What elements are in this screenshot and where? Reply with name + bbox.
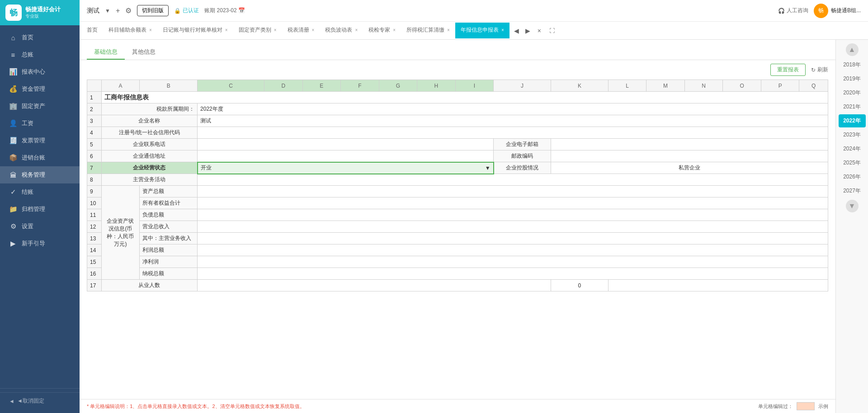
row-num[interactable]: 12 (87, 221, 102, 233)
year-item-2024[interactable]: 2024年 (839, 142, 866, 155)
col-header-d[interactable]: D (264, 80, 303, 92)
tab-close-all-btn[interactable]: × (534, 25, 545, 36)
year-item-2022[interactable]: 2022年 (839, 114, 866, 127)
col-header-l[interactable]: L (608, 80, 646, 92)
tab-tax-wave[interactable]: 税负波动表 × (320, 23, 363, 38)
sidebar-item-inventory[interactable]: 📦 进销台账 (0, 149, 80, 166)
row-num[interactable]: 8 (87, 174, 102, 186)
dropdown-arrow-icon[interactable]: ▼ (485, 165, 491, 171)
tab-home[interactable]: 首页 (81, 23, 103, 38)
table-cell[interactable]: 企业资产状况信息(币种：人民币万元) (101, 186, 140, 280)
reset-report-btn[interactable]: 重置报表 (770, 64, 806, 76)
table-cell[interactable]: 负债总额 (140, 209, 198, 221)
col-header-m[interactable]: M (646, 80, 685, 92)
row-num[interactable]: 4 (87, 127, 102, 139)
sidebar-item-tax[interactable]: 🏛 税务管理 (0, 166, 80, 183)
table-cell[interactable] (198, 256, 828, 268)
topbar-dropdown-btn[interactable]: ▼ (105, 8, 110, 14)
topbar-add-btn[interactable]: + (116, 7, 120, 15)
row-num[interactable]: 7 (87, 162, 102, 174)
tab-next-btn[interactable]: ▶ (523, 25, 533, 36)
table-cell[interactable] (608, 280, 828, 291)
year-item-2023[interactable]: 2023年 (839, 128, 866, 141)
col-header-o[interactable]: O (723, 80, 761, 92)
col-header-n[interactable]: N (684, 80, 723, 92)
year-up-btn[interactable]: ▲ (846, 43, 859, 56)
row-num[interactable]: 13 (87, 233, 102, 244)
table-cell[interactable]: 企业名称 (101, 115, 197, 127)
tab-close-btn[interactable]: × (312, 28, 315, 33)
row-num[interactable]: 16 (87, 268, 102, 280)
table-cell[interactable]: 0 (551, 280, 609, 291)
table-cell[interactable]: 企业经营状态 (101, 162, 197, 174)
refresh-btn[interactable]: ↻ 刷新 (811, 66, 828, 74)
table-cell[interactable]: 所有者权益合计 (140, 197, 198, 209)
col-header-g[interactable]: G (379, 80, 417, 92)
col-header-a[interactable]: A (101, 80, 140, 92)
table-cell[interactable] (198, 150, 494, 162)
tab-annual-report[interactable]: 年报信息申报表 × (455, 23, 509, 38)
sidebar-item-settings[interactable]: ⚙ 设置 (0, 218, 80, 235)
spreadsheet-wrapper[interactable]: A B C D E F G H I J K L M (80, 80, 835, 399)
year-item-2026[interactable]: 2026年 (839, 170, 866, 183)
sub-tab-basic[interactable]: 基础信息 (87, 45, 125, 60)
table-cell[interactable]: 其中：主营业务收入 (140, 233, 198, 244)
table-cell[interactable]: 营业总收入 (140, 221, 198, 233)
table-cell[interactable] (198, 280, 551, 291)
row-num[interactable]: 14 (87, 244, 102, 256)
table-cell[interactable] (198, 221, 828, 233)
sidebar-item-guide[interactable]: ▶ 新手引导 (0, 235, 80, 252)
topbar-service-btn[interactable]: 🎧 人工咨询 (778, 7, 808, 14)
table-cell[interactable] (551, 139, 828, 150)
year-item-2018[interactable]: 2018年 (839, 58, 866, 71)
table-cell[interactable]: 测试 (198, 115, 828, 127)
table-cell[interactable] (198, 209, 828, 221)
year-item-2027[interactable]: 2027年 (839, 184, 866, 197)
col-header-p[interactable]: P (761, 80, 799, 92)
tab-close-btn[interactable]: × (274, 28, 277, 33)
table-cell[interactable]: 主营业务活动 (101, 174, 197, 186)
table-cell[interactable] (198, 186, 828, 197)
col-header-i[interactable]: I (455, 80, 494, 92)
table-cell[interactable] (198, 139, 494, 150)
table-cell[interactable]: 2022年度 (198, 103, 828, 115)
topbar-old-version-btn[interactable]: 切到旧版 (137, 5, 169, 16)
tab-close-btn[interactable]: × (149, 28, 152, 33)
table-cell[interactable] (551, 150, 828, 162)
sidebar-item-invoice[interactable]: 🧾 发票管理 (0, 132, 80, 149)
tab-subsidiary[interactable]: 科目辅助余额表 × (103, 23, 157, 38)
row-num[interactable]: 10 (87, 197, 102, 209)
table-cell[interactable] (198, 127, 828, 139)
table-cell[interactable]: 从业人数 (101, 280, 197, 291)
row-num[interactable]: 9 (87, 186, 102, 197)
row-num[interactable]: 11 (87, 209, 102, 221)
sidebar-item-fixed-assets[interactable]: 🏢 固定资产 (0, 98, 80, 115)
sidebar-item-archive[interactable]: 📁 归档管理 (0, 201, 80, 218)
col-header-j[interactable]: J (494, 80, 551, 92)
year-item-2025[interactable]: 2025年 (839, 156, 866, 169)
tab-close-btn[interactable]: × (225, 28, 228, 33)
table-cell[interactable] (198, 233, 828, 244)
year-down-btn[interactable]: ▼ (846, 200, 859, 212)
col-header-e[interactable]: E (302, 80, 341, 92)
table-cell[interactable]: 工商年报信息表 (101, 92, 828, 103)
year-item-2020[interactable]: 2020年 (839, 86, 866, 99)
table-cell[interactable]: 邮政编码 (494, 150, 551, 162)
table-cell[interactable]: 纳税总额 (140, 268, 198, 280)
sidebar-item-payroll[interactable]: 👤 工资 (0, 115, 80, 132)
topbar-settings-btn[interactable]: ⚙ (125, 6, 132, 15)
year-item-2021[interactable]: 2021年 (839, 100, 866, 113)
tab-close-btn[interactable]: × (501, 28, 504, 33)
table-cell[interactable] (198, 174, 828, 186)
table-cell[interactable] (198, 197, 828, 209)
table-cell[interactable]: 利润总额 (140, 244, 198, 256)
tab-fixed-asset-type[interactable]: 固定资产类别 × (233, 23, 282, 38)
row-num[interactable]: 3 (87, 115, 102, 127)
col-header-b[interactable]: B (140, 80, 198, 92)
tab-expand-btn[interactable]: ⛶ (546, 26, 558, 36)
table-cell[interactable]: 企业联系电话 (101, 139, 197, 150)
tab-tax-expert[interactable]: 税检专家 × (363, 23, 401, 38)
col-header-c[interactable]: C (198, 80, 264, 92)
tab-income-tax[interactable]: 所得税汇算清缴 × (401, 23, 455, 38)
sidebar-item-reports[interactable]: 📊 报表中心 (0, 63, 80, 80)
